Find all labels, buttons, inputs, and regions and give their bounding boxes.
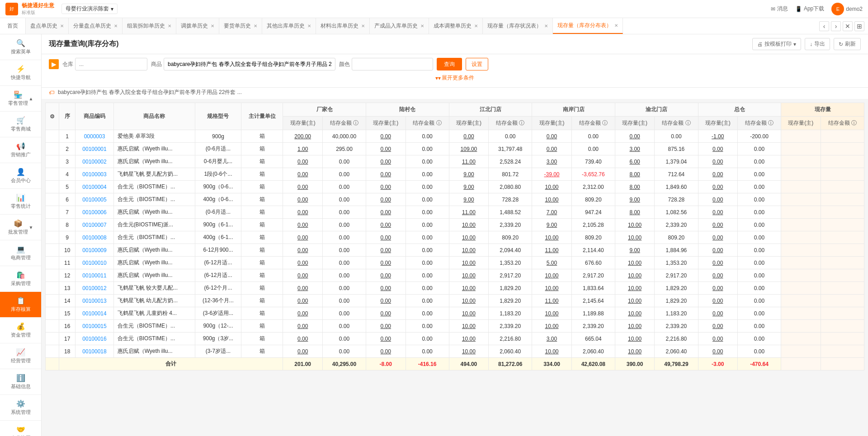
color-input[interactable]	[352, 58, 433, 70]
yb-cur-cell[interactable]: 10.00	[615, 257, 654, 269]
t-cur-cell[interactable]: 0.00	[698, 219, 737, 231]
jb-cur-cell[interactable]: 109.00	[449, 143, 488, 155]
t-cur-cell[interactable]: 0.00	[698, 181, 737, 193]
code-cell[interactable]: 00100010	[75, 257, 113, 269]
gear-column-header[interactable]: ⚙	[46, 103, 59, 130]
sidebar-item-purchase[interactable]: 🛍️ 采购管理	[0, 266, 41, 292]
tab-close-icon[interactable]: ✕	[211, 23, 214, 28]
warehouse-input[interactable]	[75, 58, 147, 70]
jb-cur-cell[interactable]: 9.00	[449, 181, 488, 193]
jb-cur-cell[interactable]: 10.00	[449, 219, 488, 231]
sidebar-item-wholesale[interactable]: 📦 批发管理 ▼	[0, 215, 41, 240]
na-cur-cell[interactable]: 10.00	[532, 181, 571, 193]
print-button[interactable]: 🖨 按模板打印 ▾	[752, 38, 801, 50]
sidebar-item-collab[interactable]: 🤝 企业协同	[0, 421, 41, 436]
l-cur-cell[interactable]: 0.00	[366, 130, 406, 143]
sidebar-item-inventory[interactable]: 📋 库存核算	[0, 292, 41, 318]
yb-cur-cell[interactable]: 0.00	[615, 130, 654, 143]
t-cur-cell[interactable]: 0.00	[698, 231, 737, 244]
f-cur-cell[interactable]: 0.00	[283, 307, 322, 320]
f-cur-cell[interactable]: 0.00	[283, 231, 322, 244]
sidebar-item-member[interactable]: 👤 会员中心	[0, 163, 41, 189]
t-cur-cell[interactable]: 0.00	[698, 307, 737, 320]
na-cur-cell[interactable]: 10.00	[532, 320, 571, 333]
l-cur-cell[interactable]: 0.00	[366, 307, 406, 320]
t-cur-cell[interactable]: 0.00	[698, 320, 737, 333]
tab-chancheng[interactable]: 产成品入库单历史 ✕	[370, 18, 429, 34]
f-cur-cell[interactable]: 1.00	[283, 143, 322, 155]
tab-close-all-icon[interactable]: ✕	[843, 21, 853, 31]
jb-cur-cell[interactable]: 10.00	[449, 295, 488, 307]
t-cur-cell[interactable]: -1.00	[698, 130, 737, 143]
code-cell[interactable]: 00100003	[75, 168, 113, 181]
l-cur-cell[interactable]: 0.00	[366, 193, 406, 206]
jb-cur-cell[interactable]: 10.00	[449, 269, 488, 282]
code-cell[interactable]: 00100008	[75, 231, 113, 244]
f-cur-cell[interactable]: 200.00	[283, 130, 322, 143]
tab-cailiao[interactable]: 材料出库单历史 ✕	[316, 18, 370, 34]
setting-button[interactable]: 设置	[466, 58, 488, 70]
yb-cur-cell[interactable]: 9.00	[615, 193, 654, 206]
t-cur-cell[interactable]: 0.00	[698, 282, 737, 295]
tab-qita-chuku[interactable]: 其他出库单历史 ✕	[262, 18, 316, 34]
l-cur-cell[interactable]: 0.00	[366, 231, 406, 244]
yb-cur-cell[interactable]: 8.00	[615, 206, 654, 219]
tab-home[interactable]: 首页	[0, 18, 26, 34]
industry-dropdown[interactable]: 母婴行业演示陈套 ▾	[61, 4, 118, 14]
na-cur-cell[interactable]: 0.00	[532, 143, 571, 155]
t-cur-cell[interactable]: 0.00	[698, 206, 737, 219]
sidebar-item-nav[interactable]: ⚡ 快捷导航	[0, 60, 41, 86]
yb-cur-cell[interactable]: 10.00	[615, 269, 654, 282]
jb-cur-cell[interactable]: 10.00	[449, 231, 488, 244]
l-cur-cell[interactable]: 0.00	[366, 282, 406, 295]
jb-cur-cell[interactable]: 11.00	[449, 155, 488, 168]
jb-cur-cell[interactable]: 11.00	[449, 206, 488, 219]
f-cur-cell[interactable]: 0.00	[283, 219, 322, 231]
tab-close-icon[interactable]: ✕	[474, 23, 478, 28]
t-cur-cell[interactable]: 0.00	[698, 193, 737, 206]
na-cur-cell[interactable]: -39.00	[532, 168, 571, 181]
na-cur-cell[interactable]: 10.00	[532, 269, 571, 282]
sidebar-item-search[interactable]: 🔍 搜索英单	[0, 34, 41, 60]
code-cell[interactable]: 00100001	[75, 143, 113, 155]
tab-pundanlixi[interactable]: 盘点单历史 ✕	[26, 18, 69, 34]
code-cell[interactable]: 00100015	[75, 320, 113, 333]
tab-prev-icon[interactable]: ‹	[819, 21, 829, 31]
sidebar-item-marketing[interactable]: 📢 营销推广	[0, 137, 41, 163]
f-cur-cell[interactable]: 0.00	[283, 168, 322, 181]
tab-close-icon[interactable]: ✕	[614, 23, 618, 28]
export-button[interactable]: ↓ 导出	[805, 38, 830, 50]
code-cell[interactable]: 00100006	[75, 206, 113, 219]
jb-cur-cell[interactable]: 10.00	[449, 333, 488, 345]
goods-input[interactable]	[164, 58, 335, 70]
code-cell[interactable]: 0000003	[75, 130, 113, 143]
t-cur-cell[interactable]: 0.00	[698, 257, 737, 269]
t-cur-cell[interactable]: 0.00	[698, 295, 737, 307]
collapse-filter-btn[interactable]: ▶	[49, 59, 59, 69]
code-cell[interactable]: 00100016	[75, 333, 113, 345]
code-cell[interactable]: 00100005	[75, 193, 113, 206]
tab-chengben[interactable]: 成本调整单历史 ✕	[429, 18, 483, 34]
na-cur-cell[interactable]: 9.00	[532, 219, 571, 231]
na-cur-cell[interactable]: 3.00	[532, 155, 571, 168]
jb-cur-cell[interactable]: 10.00	[449, 345, 488, 358]
na-cur-cell[interactable]: 10.00	[532, 193, 571, 206]
l-cur-cell[interactable]: 0.00	[366, 244, 406, 257]
f-cur-cell[interactable]: 0.00	[283, 295, 322, 307]
na-cur-cell[interactable]: 10.00	[532, 282, 571, 295]
l-cur-cell[interactable]: 0.00	[366, 181, 406, 193]
yb-cur-cell[interactable]: 10.00	[615, 231, 654, 244]
f-cur-cell[interactable]: 0.00	[283, 269, 322, 282]
sidebar-item-operations[interactable]: 📈 经营管理	[0, 343, 41, 369]
tab-fenpandian[interactable]: 分量盘点单历史 ✕	[69, 18, 123, 34]
tab-xiancunliang-fenbiao[interactable]: 现存量（库存分布表） ✕	[553, 18, 623, 34]
yb-cur-cell[interactable]: 10.00	[615, 320, 654, 333]
f-cur-cell[interactable]: 0.00	[283, 333, 322, 345]
jb-cur-cell[interactable]: 10.00	[449, 282, 488, 295]
sidebar-item-finance[interactable]: 💰 资金管理	[0, 318, 41, 343]
code-cell[interactable]: 00100007	[75, 219, 113, 231]
sidebar-item-retail-stats[interactable]: 📊 零售统计	[0, 189, 41, 215]
tab-close-icon[interactable]: ✕	[168, 23, 171, 28]
yb-cur-cell[interactable]: 8.00	[615, 181, 654, 193]
app-download-btn[interactable]: 📱 App下载	[795, 5, 824, 13]
